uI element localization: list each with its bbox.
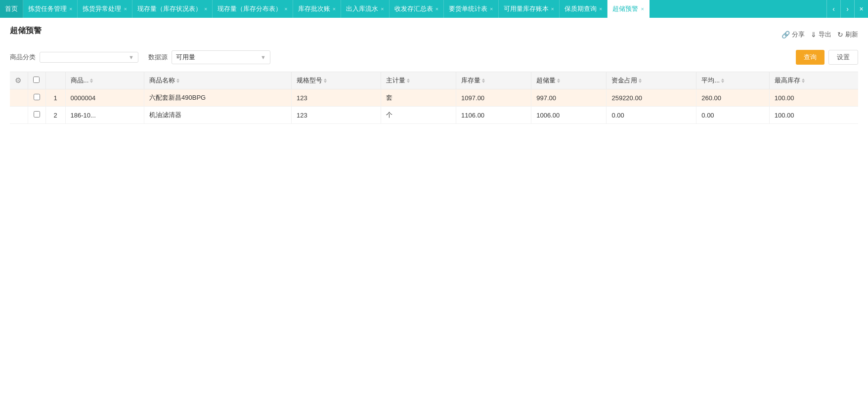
gear-icon[interactable]: ⚙ — [15, 76, 21, 84]
filter-row: 商品分类 ▼ 数据源 可用量 ▼ 查询 设置 — [10, 50, 858, 65]
chevron-down-icon: ▼ — [260, 54, 266, 60]
row-max-stock: 100.00 — [769, 107, 858, 124]
table-row: 1 0000004 六配套新昌490BPG 123 套 1097.00 997.… — [10, 89, 858, 107]
close-icon[interactable]: × — [333, 6, 336, 12]
th-checkbox — [28, 72, 45, 89]
close-icon[interactable]: × — [124, 6, 127, 12]
sort-unit[interactable]: 主计量 — [386, 76, 410, 85]
th-index — [45, 72, 65, 89]
sort-icon — [639, 79, 642, 83]
page-title: 超储预警 — [10, 26, 42, 36]
nav-arrow-right[interactable]: › — [840, 0, 854, 18]
nav-item-batch[interactable]: 库存批次账 × — [293, 0, 341, 18]
th-capital[interactable]: 资金占用 — [607, 72, 696, 89]
close-icon[interactable]: × — [490, 6, 493, 12]
close-icon[interactable]: × — [551, 6, 554, 12]
th-settings[interactable]: ⚙ — [10, 72, 28, 89]
page-header: 超储预警 🔗 分享 ⇓ 导出 ↻ 刷新 — [10, 26, 858, 43]
sort-icon — [324, 79, 327, 83]
row-capital: 0.00 — [607, 107, 696, 124]
row-stock: 1097.00 — [456, 89, 531, 107]
share-icon: 🔗 — [781, 31, 790, 39]
datasource-select[interactable]: 可用量 ▼ — [172, 50, 270, 64]
nav-item-home[interactable]: 首页 — [0, 0, 23, 18]
close-icon[interactable]: × — [599, 6, 602, 12]
sort-icon — [482, 79, 485, 83]
share-button[interactable]: 🔗 分享 — [781, 30, 805, 39]
sort-avg[interactable]: 平均... — [701, 76, 724, 85]
th-product-name[interactable]: 商品名称 — [144, 72, 292, 89]
export-button[interactable]: ⇓ 导出 — [811, 30, 831, 39]
row-spec: 123 — [292, 107, 381, 124]
row-max-stock: 100.00 — [769, 89, 858, 107]
row-capital: 259220.00 — [607, 89, 696, 107]
row-overstock: 997.00 — [531, 89, 607, 107]
row-product-code: 0000004 — [65, 89, 144, 107]
select-all-checkbox[interactable] — [33, 77, 40, 83]
row-gear-cell — [10, 89, 28, 107]
data-table: ⚙ 商品... 商品名称 — [10, 72, 858, 124]
page-content: 超储预警 🔗 分享 ⇓ 导出 ↻ 刷新 商品分类 ▼ 数据源 — [0, 18, 868, 132]
row-checkbox[interactable] — [34, 94, 40, 100]
sort-stock[interactable]: 库存量 — [461, 76, 485, 85]
nav-arrow-close[interactable]: × — [854, 0, 868, 18]
query-button[interactable]: 查询 — [796, 50, 825, 65]
row-product-name: 机油滤清器 — [144, 107, 292, 124]
sort-icon — [557, 79, 560, 83]
top-nav: 首页 拣货任务管理 × 拣货异常处理 × 现存量（库存状况表） × 现存量（库存… — [0, 0, 868, 18]
row-index: 2 — [45, 107, 65, 124]
category-select[interactable]: ▼ — [40, 52, 138, 63]
close-icon[interactable]: × — [69, 6, 72, 12]
th-avg[interactable]: 平均... — [696, 72, 769, 89]
nav-arrows: ‹ › × — [826, 0, 868, 18]
nav-arrow-left[interactable]: ‹ — [826, 0, 840, 18]
nav-item-summary[interactable]: 收发存汇总表 × — [390, 0, 444, 18]
th-max-stock[interactable]: 最高库存 — [769, 72, 858, 89]
nav-item-shelf-life[interactable]: 保质期查询 × — [560, 0, 608, 18]
row-checkbox[interactable] — [34, 111, 40, 118]
nav-item-overstock[interactable]: 超储预警 × — [608, 0, 649, 18]
th-spec[interactable]: 规格型号 — [292, 72, 381, 89]
sort-icon — [176, 79, 179, 83]
th-overstock[interactable]: 超储量 — [531, 72, 607, 89]
nav-item-stock-dist[interactable]: 现存量（库存分布表） × — [213, 0, 293, 18]
row-stock: 1106.00 — [456, 107, 531, 124]
nav-item-inout-flow[interactable]: 出入库流水 × — [341, 0, 389, 18]
nav-item-task-mgmt[interactable]: 拣货任务管理 × — [23, 0, 78, 18]
row-checkbox-cell — [28, 89, 45, 107]
row-product-name: 六配套新昌490BPG — [144, 89, 292, 107]
table-body: 1 0000004 六配套新昌490BPG 123 套 1097.00 997.… — [10, 89, 858, 124]
datasource-label: 数据源 — [148, 53, 168, 62]
nav-item-stock-status[interactable]: 现存量（库存状况表） × — [132, 0, 213, 18]
sort-capital[interactable]: 资金占用 — [611, 76, 642, 85]
row-avg: 0.00 — [696, 107, 769, 124]
refresh-button[interactable]: ↻ 刷新 — [837, 30, 858, 39]
sort-spec[interactable]: 规格型号 — [297, 76, 327, 85]
close-icon[interactable]: × — [204, 6, 207, 12]
nav-item-usable-stock[interactable]: 可用量库存账本 × — [499, 0, 560, 18]
sort-overstock[interactable]: 超储量 — [536, 76, 560, 85]
row-avg: 260.00 — [696, 89, 769, 107]
nav-item-exception[interactable]: 拣货异常处理 × — [78, 0, 132, 18]
close-icon[interactable]: × — [284, 6, 287, 12]
th-stock[interactable]: 库存量 — [456, 72, 531, 89]
nav-item-req-stat[interactable]: 要货单统计表 × — [444, 0, 498, 18]
th-product-code[interactable]: 商品... — [65, 72, 144, 89]
sort-product-code[interactable]: 商品... — [71, 76, 93, 85]
close-icon[interactable]: × — [381, 6, 384, 12]
datasource-value: 可用量 — [176, 53, 195, 62]
table-row: 2 186-10... 机油滤清器 123 个 1106.00 1006.00 … — [10, 107, 858, 124]
close-icon[interactable]: × — [641, 6, 644, 12]
row-unit: 个 — [381, 107, 456, 124]
filter-category: 商品分类 ▼ — [10, 52, 138, 63]
chevron-down-icon: ▼ — [129, 54, 134, 60]
header-actions: 🔗 分享 ⇓ 导出 ↻ 刷新 — [781, 30, 858, 39]
sort-icon — [721, 79, 724, 83]
sort-max-stock[interactable]: 最高库存 — [775, 76, 805, 85]
export-icon: ⇓ — [811, 31, 817, 39]
settings-button[interactable]: 设置 — [828, 50, 858, 65]
th-unit[interactable]: 主计量 — [381, 72, 456, 89]
sort-product-name[interactable]: 商品名称 — [149, 76, 179, 85]
sort-icon — [407, 79, 410, 83]
close-icon[interactable]: × — [435, 6, 438, 12]
